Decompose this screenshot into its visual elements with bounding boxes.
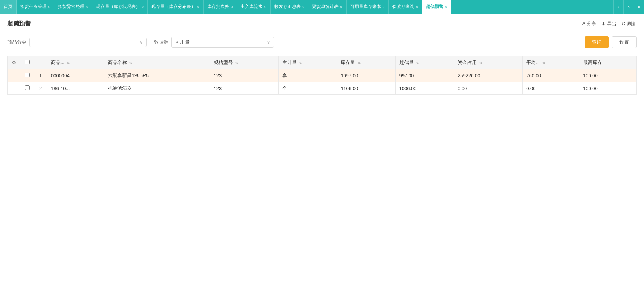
nav-tab-in-out-flow-close[interactable]: × bbox=[264, 5, 266, 9]
datasource-select[interactable]: 可用量 ∨ bbox=[171, 37, 274, 48]
category-select[interactable]: ∨ bbox=[29, 38, 147, 47]
row1-max-stock: 100.00 bbox=[579, 69, 637, 82]
datasource-chevron-icon: ∨ bbox=[267, 40, 270, 45]
col-avg-label: 平均... bbox=[526, 60, 540, 65]
nav-tab-overstock-warning[interactable]: 超储预警 × bbox=[422, 0, 451, 14]
nav-tab-inventory-dist-close[interactable]: × bbox=[197, 5, 199, 9]
nav-tab-in-out-flow[interactable]: 出入库流水 × bbox=[237, 0, 270, 14]
nav-close-all-icon: × bbox=[637, 4, 640, 10]
sort-overstock-icon[interactable]: ⇅ bbox=[416, 61, 419, 65]
share-button[interactable]: ↗ 分享 bbox=[581, 21, 596, 27]
nav-tab-inventory-dist-label: 现存量（库存分布表） bbox=[151, 4, 195, 10]
row2-unit: 个 bbox=[278, 82, 337, 95]
row2-checkbox[interactable] bbox=[25, 85, 30, 90]
col-capital: 资金占用 ⇅ bbox=[454, 56, 523, 69]
nav-tab-task-mgmt-close[interactable]: × bbox=[48, 5, 50, 9]
page-title: 超储预警 bbox=[7, 20, 31, 27]
col-checkbox bbox=[21, 56, 34, 69]
nav-tab-order-stats-close[interactable]: × bbox=[340, 5, 342, 9]
refresh-icon: ↺ bbox=[622, 21, 626, 26]
row2-avg: 0.00 bbox=[523, 82, 579, 95]
sort-product-name-icon[interactable]: ⇅ bbox=[129, 61, 132, 65]
nav-tab-quality-check-label: 保质期查询 bbox=[392, 4, 414, 10]
col-spec-label: 规格型号 bbox=[214, 60, 233, 65]
row1-capital: 259220.00 bbox=[454, 69, 523, 82]
row1-checkbox-cell bbox=[21, 69, 34, 82]
sort-unit-icon[interactable]: ⇅ bbox=[299, 61, 302, 65]
refresh-button[interactable]: ↺ 刷新 bbox=[622, 21, 637, 27]
nav-tab-task-mgmt[interactable]: 拣货任务管理 × bbox=[17, 0, 54, 14]
nav-tab-collect-summary-close[interactable]: × bbox=[302, 5, 304, 9]
nav-tab-inventory-dist[interactable]: 现存量（库存分布表） × bbox=[148, 0, 203, 14]
nav-next-button[interactable]: › bbox=[623, 0, 634, 14]
nav-tab-abnormal-close[interactable]: × bbox=[86, 5, 88, 9]
nav-arrows: ‹ › × bbox=[613, 0, 644, 14]
row2-num: 2 bbox=[34, 82, 47, 95]
nav-prev-button[interactable]: ‹ bbox=[613, 0, 623, 14]
col-product-code: 商品... ⇅ bbox=[47, 56, 104, 69]
nav-tab-abnormal[interactable]: 拣货异常处理 × bbox=[54, 0, 92, 14]
datasource-select-value: 可用量 bbox=[175, 39, 190, 45]
row1-checkbox[interactable] bbox=[25, 73, 30, 77]
nav-tab-batch-account-close[interactable]: × bbox=[231, 5, 233, 9]
row2-product-name: 机油滤清器 bbox=[104, 82, 210, 95]
category-filter-item: 商品分类 ∨ bbox=[7, 38, 147, 47]
page-header: 超储预警 ↗ 分享 ⬇ 导出 ↺ 刷新 bbox=[7, 20, 637, 27]
col-unit-label: 主计量 bbox=[282, 60, 297, 65]
nav-tab-order-stats[interactable]: 要货单统计表 × bbox=[308, 0, 346, 14]
select-all-checkbox[interactable] bbox=[25, 60, 30, 64]
filter-area: 商品分类 ∨ 数据源 可用量 ∨ 查询 设置 bbox=[7, 33, 637, 52]
col-max-stock-label: 最高库存 bbox=[583, 60, 602, 65]
col-settings: ⚙ bbox=[8, 56, 21, 69]
table-row: 2 186-10... 机油滤清器 123 个 1106.00 1006.00 … bbox=[8, 82, 637, 95]
nav-tab-available-account[interactable]: 可用量库存账本 × bbox=[347, 0, 389, 14]
data-table: ⚙ 商品... ⇅ 商品名称 ⇅ 规格型号 ⇅ bbox=[7, 56, 637, 95]
sort-avg-icon[interactable]: ⇅ bbox=[542, 61, 545, 65]
filter-action-buttons: 查询 设置 bbox=[585, 36, 637, 48]
col-capital-label: 资金占用 bbox=[458, 60, 477, 65]
main-content: 超储预警 ↗ 分享 ⬇ 导出 ↺ 刷新 商品分类 ∨ 数据源 bbox=[0, 14, 644, 293]
nav-tab-order-stats-label: 要货单统计表 bbox=[312, 4, 339, 10]
col-num bbox=[34, 56, 47, 69]
row1-num: 1 bbox=[34, 69, 47, 82]
refresh-label: 刷新 bbox=[627, 21, 637, 27]
export-icon: ⬇ bbox=[601, 21, 605, 26]
row1-product-code: 0000004 bbox=[47, 69, 104, 82]
row2-capital: 0.00 bbox=[454, 82, 523, 95]
settings-button[interactable]: 设置 bbox=[612, 36, 637, 48]
nav-tab-available-account-close[interactable]: × bbox=[383, 5, 385, 9]
col-overstock: 超储量 ⇅ bbox=[395, 56, 454, 69]
export-button[interactable]: ⬇ 导出 bbox=[601, 21, 616, 27]
share-label: 分享 bbox=[587, 21, 596, 27]
nav-tab-available-account-label: 可用量库存账本 bbox=[350, 4, 381, 10]
row1-product-name: 六配套新昌490BPG bbox=[104, 69, 210, 82]
nav-tab-home[interactable]: 首页 bbox=[0, 0, 17, 14]
col-unit: 主计量 ⇅ bbox=[278, 56, 337, 69]
query-button[interactable]: 查询 bbox=[585, 36, 609, 48]
share-icon: ↗ bbox=[581, 21, 585, 26]
nav-tab-inventory-status[interactable]: 现存量（库存状况表） × bbox=[92, 0, 148, 14]
nav-tab-inventory-status-close[interactable]: × bbox=[142, 5, 144, 9]
nav-tab-quality-check-close[interactable]: × bbox=[416, 5, 418, 9]
sort-capital-icon[interactable]: ⇅ bbox=[479, 61, 482, 65]
nav-close-all-button[interactable]: × bbox=[634, 0, 644, 14]
row1-settings-cell bbox=[8, 69, 21, 82]
nav-tab-abnormal-label: 拣货异常处理 bbox=[58, 4, 84, 10]
col-product-name: 商品名称 ⇅ bbox=[104, 56, 210, 69]
table-row: 1 0000004 六配套新昌490BPG 123 套 1097.00 997.… bbox=[8, 69, 637, 82]
category-filter-label: 商品分类 bbox=[7, 39, 26, 45]
gear-icon[interactable]: ⚙ bbox=[12, 60, 17, 66]
nav-prev-icon: ‹ bbox=[618, 4, 619, 10]
nav-tab-quality-check[interactable]: 保质期查询 × bbox=[389, 0, 422, 14]
row2-spec: 123 bbox=[210, 82, 278, 95]
sort-spec-icon[interactable]: ⇅ bbox=[235, 61, 238, 65]
row2-product-code: 186-10... bbox=[47, 82, 104, 95]
col-spec: 规格型号 ⇅ bbox=[210, 56, 278, 69]
nav-tab-batch-account-label: 库存批次账 bbox=[207, 4, 229, 10]
sort-product-code-icon[interactable]: ⇅ bbox=[67, 61, 70, 65]
nav-tab-task-mgmt-label: 拣货任务管理 bbox=[20, 4, 47, 10]
nav-tab-batch-account[interactable]: 库存批次账 × bbox=[204, 0, 237, 14]
sort-stock-icon[interactable]: ⇅ bbox=[358, 61, 361, 65]
nav-tab-collect-summary[interactable]: 收发存汇总表 × bbox=[271, 0, 308, 14]
nav-tab-overstock-warning-close[interactable]: × bbox=[445, 5, 447, 9]
